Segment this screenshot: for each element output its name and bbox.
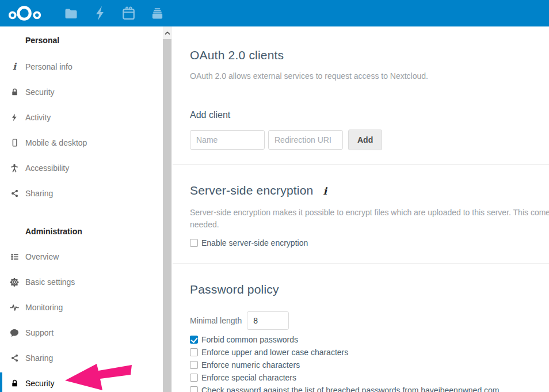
sidebar-item-label: Basic settings — [25, 277, 75, 287]
files-app-button[interactable] — [56, 0, 85, 26]
sidebar-item-label: Support — [25, 328, 54, 337]
hibp-checkbox[interactable] — [190, 386, 198, 392]
folder-icon — [64, 6, 78, 21]
sidebar-item-label: Personal info — [25, 62, 73, 71]
add-client-button[interactable]: Add — [348, 130, 382, 150]
deck-app-button[interactable] — [143, 0, 171, 26]
sidebar-item-personal-info[interactable]: i Personal info — [0, 54, 173, 79]
password-policy-checkboxes: Forbid common passwords Enforce upper an… — [190, 335, 549, 392]
sidebar-item-activity[interactable]: Activity — [0, 105, 173, 130]
minimal-length-row: Minimal length — [190, 311, 549, 330]
forbid-common-checkbox[interactable] — [190, 336, 198, 344]
sidebar-section-gap — [0, 206, 173, 219]
topbar — [0, 0, 549, 26]
lightning-icon — [93, 5, 106, 21]
sidebar-item-sharing-admin[interactable]: Sharing — [0, 345, 173, 371]
enable-encryption-row: Enable server-side encryption — [190, 238, 549, 248]
add-client-heading: Add client — [190, 110, 549, 120]
enable-encryption-label: Enable server-side encryption — [201, 238, 308, 248]
calendar-icon — [121, 6, 136, 21]
sidebar-item-overview[interactable]: Overview — [0, 244, 173, 269]
oauth-title: OAuth 2.0 clients — [190, 48, 549, 62]
policy-label: Enforce special characters — [201, 373, 296, 382]
client-name-input[interactable] — [190, 130, 265, 150]
gear-icon — [10, 277, 19, 287]
policy-row-forbid-common: Forbid common passwords — [190, 335, 549, 344]
stack-icon — [150, 6, 165, 21]
encryption-section: Server-side encryption i Server-side enc… — [173, 164, 549, 263]
oauth-description: OAuth 2.0 allows external services to re… — [190, 70, 549, 82]
settings-content: OAuth 2.0 clients OAuth 2.0 allows exter… — [173, 26, 549, 392]
sidebar-item-label: Accessibility — [25, 163, 69, 173]
encryption-description-line1: Server-side encryption makes it possible… — [190, 207, 549, 219]
sidebar-item-label: Sharing — [25, 189, 53, 198]
password-policy-section: Password policy Minimal length Forbid co… — [173, 263, 549, 392]
info-icon: i — [10, 62, 19, 71]
info-icon[interactable]: i — [323, 185, 327, 197]
accessibility-icon — [10, 163, 19, 173]
sidebar-item-label: Overview — [25, 252, 59, 261]
encryption-description-line2: needed. — [190, 219, 549, 231]
special-chars-checkbox[interactable] — [190, 374, 198, 382]
sidebar-item-mobile-desktop[interactable]: Mobile & desktop — [0, 130, 173, 155]
sidebar-item-security-admin[interactable]: Security — [0, 371, 173, 392]
minimal-length-label: Minimal length — [190, 316, 242, 325]
sidebar-item-label: Activity — [25, 113, 51, 122]
minimal-length-input[interactable] — [247, 311, 289, 330]
encryption-title: Server-side encryption i — [190, 184, 549, 197]
sidebar-item-security-personal[interactable]: Security — [0, 79, 173, 105]
sidebar-item-label: Mobile & desktop — [25, 138, 87, 147]
monitoring-icon — [10, 303, 19, 312]
app-menu — [56, 0, 171, 26]
encryption-title-text: Server-side encryption — [190, 184, 314, 197]
sidebar-item-monitoring[interactable]: Monitoring — [0, 295, 173, 320]
nextcloud-logo[interactable] — [7, 3, 43, 23]
share-icon — [10, 353, 19, 363]
sidebar-caption-personal: Personal — [0, 26, 173, 54]
policy-label: Check password against the list of breac… — [201, 386, 500, 392]
sidebar-scrollbar — [163, 26, 172, 392]
redirection-uri-input[interactable] — [268, 130, 343, 150]
policy-label: Enforce numeric characters — [201, 360, 300, 370]
policy-row-upper-lower: Enforce upper and lower case characters — [190, 348, 549, 357]
scrollbar-up-button[interactable] — [163, 26, 172, 39]
policy-row-hibp: Check password against the list of breac… — [190, 386, 549, 392]
sidebar-caption-administration: Administration — [0, 219, 173, 244]
numeric-checkbox[interactable] — [190, 361, 198, 369]
upper-lower-checkbox[interactable] — [190, 348, 198, 356]
enable-encryption-checkbox[interactable] — [190, 239, 198, 247]
sidebar-item-label: Sharing — [25, 353, 53, 363]
sidebar-item-support[interactable]: Support — [0, 320, 173, 345]
activity-app-button[interactable] — [85, 0, 114, 26]
support-icon — [10, 328, 19, 337]
policy-label: Forbid common passwords — [201, 335, 298, 344]
oauth-section: OAuth 2.0 clients OAuth 2.0 allows exter… — [173, 26, 549, 164]
share-icon — [10, 189, 19, 198]
chevron-up-icon — [164, 31, 171, 36]
password-policy-title: Password policy — [190, 283, 549, 296]
settings-sidebar: Personal i Personal info Security Activi… — [0, 26, 173, 392]
lock-icon — [10, 87, 19, 97]
overview-icon — [10, 252, 19, 261]
add-client-row: Add — [190, 130, 549, 150]
policy-label: Enforce upper and lower case characters — [201, 348, 348, 357]
sidebar-item-label: Monitoring — [25, 303, 63, 312]
scrollbar-thumb[interactable] — [163, 39, 171, 392]
lightning-icon — [10, 113, 19, 122]
sidebar-item-label: Security — [25, 379, 55, 388]
lock-icon — [10, 379, 19, 388]
policy-row-special: Enforce special characters — [190, 373, 549, 382]
calendar-app-button[interactable] — [114, 0, 143, 26]
sidebar-item-label: Security — [25, 87, 55, 97]
sidebar-item-accessibility[interactable]: Accessibility — [0, 155, 173, 181]
policy-row-numeric: Enforce numeric characters — [190, 360, 549, 370]
sidebar-item-sharing-personal[interactable]: Sharing — [0, 181, 173, 206]
phone-icon — [10, 138, 19, 147]
sidebar-item-basic-settings[interactable]: Basic settings — [0, 269, 173, 295]
